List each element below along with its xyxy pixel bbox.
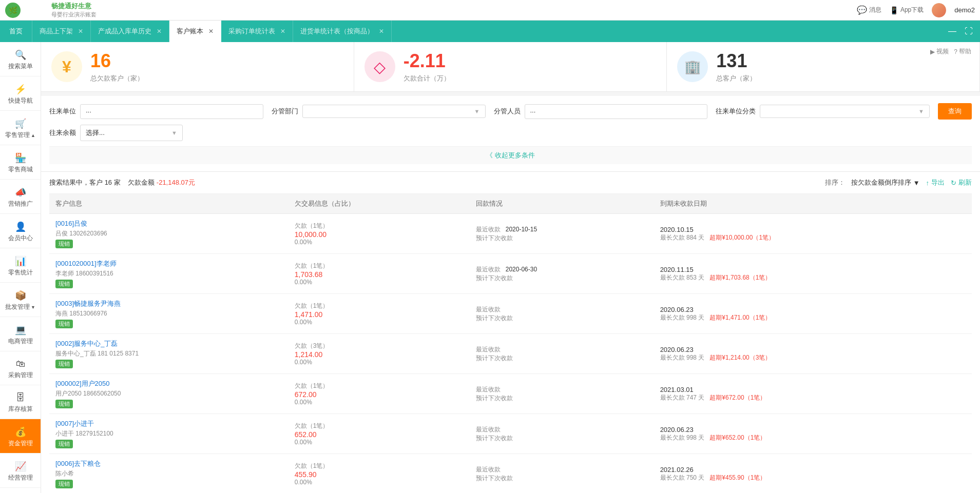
sidebar-label-operations: 经营管理 [0,474,41,482]
tab-close-purchase-order[interactable]: ✕ [280,28,285,35]
table-header-row: 客户信息 欠交易信息（占比） 回款情况 到期未收款日期 [49,194,972,214]
sidebar-item-retail-mall[interactable]: 🏪 零售商城 [0,145,41,180]
sidebar-item-operations[interactable]: 📈 经营管理 [0,453,41,488]
overdue-link-5[interactable]: 超期¥652.00（1笔） [709,434,766,441]
tab-product-history[interactable]: 产成品入库单历史 ✕ [91,21,169,42]
sidebar-item-retail-stats[interactable]: 📊 零售统计 [0,248,41,283]
table-section: 搜索结果中，客户 16 家 欠款金额 -21,148.07元 排序： 按欠款金额… [41,172,980,493]
sidebar-label-marketing: 营销推广 [0,200,41,208]
sidebar-item-purchase[interactable]: 🛍 采购管理 [0,351,41,385]
search-button[interactable]: 查询 [938,103,972,120]
debt-amount-0[interactable]: 10,000.00 [295,230,464,239]
export-btn[interactable]: ↑ 导出 [926,178,945,187]
sidebar-item-retail-mgmt[interactable]: 🛒 零售管理 ▲ [0,111,41,145]
table-row: [0002]服务中心_丁磊 服务中心_丁磊 181 0125 8371 现销 欠… [49,334,972,374]
result-prefix: 搜索结果中，客户 [49,179,103,186]
overdue-link-0[interactable]: 超期¥10,000.00（1笔） [709,234,775,241]
stats-row: ¥ 16 总欠款客户（家） ◇ -2.11 欠款合计（万） [41,42,980,92]
sidebar-item-quick-nav[interactable]: ⚡ 快捷导航 [0,76,41,111]
table-row: [0003]畅捷服务尹海燕 海燕 18513066976 现销 欠款（1笔） 1… [49,294,972,334]
balance-select[interactable]: 选择... ▼ [80,125,183,141]
debt-amount-4[interactable]: 672.00 [295,390,464,399]
debt-customers-value: 16 [90,50,144,72]
next-payment-label-4: 预计下次收款 [476,394,648,403]
customer-name-2[interactable]: [0003]畅捷服务尹海燕 [55,299,282,308]
unit-category-select[interactable]: ▼ [760,105,930,118]
col-header-overdue: 到期未收款日期 [654,194,972,214]
filter-person: 分管人员 ··· [494,104,708,119]
sidebar: 🔍 搜索菜单 ⚡ 快捷导航 🛒 零售管理 ▲ 🏪 零售商城 📣 营销推广 [0,42,41,493]
tab-close-product-status[interactable]: ✕ [78,28,83,35]
overdue-date-5: 2020.06.23 [660,426,966,433]
avatar[interactable] [932,3,946,17]
batch-mgmt-arrow-icon: ▼ [31,305,35,310]
app-download-btn[interactable]: 📱 App下载 [890,6,924,14]
overdue-link-2[interactable]: 超期¥1,471.00（1笔） [709,314,771,321]
debt-amount-3[interactable]: 1,214.00 [295,350,464,359]
customer-name-0[interactable]: [0016]吕俊 [55,219,282,228]
logo-icon: 🌿 [5,3,21,18]
customer-name-6[interactable]: [0006]去下粮仓 [55,459,282,468]
debt-percent-0: 0.00% [295,239,464,246]
person-input[interactable]: ··· [525,104,708,119]
debt-percent-3: 0.00% [295,359,464,366]
sidebar-item-finance[interactable]: 💰 资金管理 [0,419,41,453]
sidebar-label-retail-stats: 零售统计 [0,268,41,277]
sort-select[interactable]: 按欠款金额倒序排序 ▼ [851,178,920,187]
dept-select[interactable]: ▼ [302,105,486,118]
tab-purchase-order[interactable]: 采购订单统计表 ✕ [221,21,293,42]
total-customers-label: 总客户（家） [716,74,756,83]
cell-payment-5: 最近收款 预计下次收款 [470,414,654,454]
cell-customer-3: [0002]服务中心_丁磊 服务中心_丁磊 181 0125 8371 现销 [49,334,289,374]
stat-card-debt-amount: ◇ -2.11 欠款合计（万） [354,42,667,91]
overdue-link-6[interactable]: 超期¥455.90（1笔） [709,474,766,481]
overdue-date-4: 2021.03.01 [660,386,966,393]
customer-name-3[interactable]: [0002]服务中心_丁磊 [55,339,282,348]
tab-minimize-btn[interactable]: — [946,25,958,38]
cell-debt-3: 欠款（3笔） 1,214.00 0.00% [289,334,470,374]
sidebar-label-retail-mgmt: 零售管理 [5,131,30,140]
overdue-link-4[interactable]: 超期¥672.00（1笔） [709,394,766,401]
debt-amount-6[interactable]: 455.90 [295,470,464,479]
tab-inbound-stats[interactable]: 进货单统计表（按商品） ✕ [293,21,392,42]
tab-home[interactable]: 首页 [0,21,32,42]
refresh-btn[interactable]: ↻ 刷新 [951,178,972,187]
overdue-link-3[interactable]: 超期¥1,214.00（3笔） [709,354,771,361]
stat-card-debt-customers: ¥ 16 总欠款客户（家） [41,42,354,91]
tab-close-inbound-stats[interactable]: ✕ [379,28,384,35]
overdue-days-6: 最长欠款 750 天 超期¥455.90（1笔） [660,474,966,482]
sidebar-item-marketing[interactable]: 📣 营销推广 [0,180,41,214]
next-payment-label-3: 预计下次收款 [476,354,648,363]
overdue-link-1[interactable]: 超期¥1,703.68（1笔） [709,274,771,281]
tab-close-product-history[interactable]: ✕ [157,28,162,35]
sidebar-item-search-menu[interactable]: 🔍 搜索菜单 [0,42,41,76]
debt-amount-2[interactable]: 1,471.00 [295,310,464,319]
customer-name-1[interactable]: [0001020001]李老师 [55,259,282,268]
message-btn[interactable]: 💬 消息 [857,5,881,15]
tab-maximize-btn[interactable]: ⛶ [963,25,975,38]
customer-tag-2: 现销 [55,320,73,328]
overdue-days-2: 最长欠款 998 天 超期¥1,471.00（1笔） [660,313,966,322]
sidebar-item-member[interactable]: 👤 会员中心 [0,214,41,248]
sidebar-label-batch-mgmt: 批发管理 [5,303,30,311]
video-btn[interactable]: ▶ 视频 [930,47,949,56]
from-unit-input[interactable]: ··· [80,104,263,119]
table-toolbar: 搜索结果中，客户 16 家 欠款金额 -21,148.07元 排序： 按欠款金额… [49,172,972,194]
debt-amount-1[interactable]: 1,703.68 [295,270,464,279]
debt-amount-5[interactable]: 652.00 [295,430,464,439]
sidebar-item-basic-info[interactable]: ℹ 基础信息 [0,488,41,493]
tab-close-customer-account[interactable]: ✕ [208,28,214,35]
collapse-more-btn[interactable]: 《 收起更多条件 [49,146,972,164]
customer-name-4[interactable]: [000002]用户2050 [55,379,282,388]
next-payment-label-0: 预计下次收款 [476,234,648,243]
sidebar-item-batch-mgmt[interactable]: 📦 批发管理 ▼ [0,283,41,317]
sidebar-item-inventory[interactable]: 🗄 库存核算 [0,385,41,419]
cell-payment-3: 最近收款 预计下次收款 [470,334,654,374]
tab-customer-account[interactable]: 客户账本 ✕ [169,21,221,42]
tab-product-status[interactable]: 商品上下架 ✕ [32,21,91,42]
sidebar-item-ecommerce[interactable]: 💻 电商管理 [0,317,41,351]
customer-name-5[interactable]: [0007]小进干 [55,419,282,428]
balance-placeholder: 选择... [86,128,105,137]
sidebar-label-inventory: 库存核算 [0,405,41,413]
help-btn[interactable]: ? 帮助 [954,47,971,56]
